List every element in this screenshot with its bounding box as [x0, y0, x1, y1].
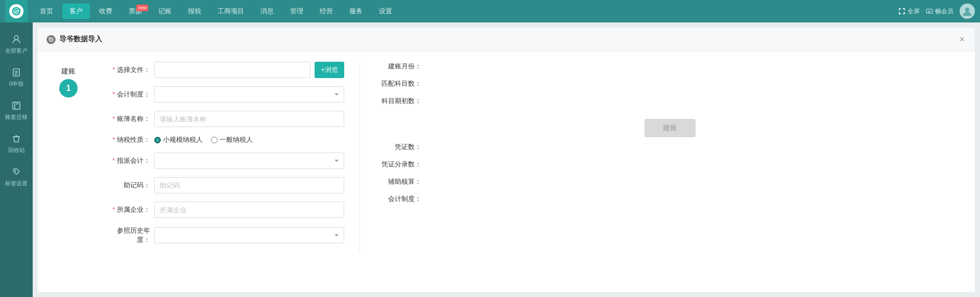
ledger-input[interactable]: [154, 111, 344, 127]
browse-button[interactable]: +浏览: [315, 62, 344, 78]
right-form: 建账月份： 匹配科目数： 科目期初数： 建账: [365, 62, 975, 253]
fullscreen-btn[interactable]: 全屏: [898, 7, 920, 16]
panel-title-text: 导爷数据导入: [59, 35, 102, 44]
sidebar-label-tag-settings: 标签设置: [5, 180, 28, 187]
file-row: 选择文件： +浏览: [109, 62, 344, 78]
accounting-label: 会计制度：: [109, 90, 150, 99]
svg-point-6: [15, 170, 16, 172]
voucher-row: 凭证数：: [375, 142, 965, 152]
aux-row: 辅助核算：: [375, 177, 965, 186]
accounting-select[interactable]: [154, 86, 344, 103]
top-nav: 首页 客户 收费 票据 new 记账 报税 工商项目 消息 管理 经营 服务 设…: [0, 0, 980, 22]
sidebar-item-all-customers[interactable]: 全部客户: [0, 28, 33, 61]
nav-item-industrial[interactable]: 工商项目: [210, 4, 251, 19]
sidebar-item-recycle[interactable]: 回收站: [0, 127, 33, 160]
sidebar-label-account-migration: 账套迁移: [5, 113, 28, 121]
nav-item-message[interactable]: 消息: [253, 4, 281, 19]
sidebar-item-zero-report[interactable]: 0申报: [0, 61, 33, 94]
logo[interactable]: [5, 0, 28, 22]
step-section: 建账 1: [38, 62, 99, 253]
sidebar-label-zero-report: 0申报: [9, 80, 23, 88]
memo-input[interactable]: [154, 177, 344, 193]
build-btn-area: 建账: [375, 114, 965, 142]
tax-row: 纳税性质： 小规模纳税人 一般纳税人: [109, 135, 344, 144]
tax-option2-label[interactable]: 一般纳税人: [211, 135, 253, 144]
nav-item-tax[interactable]: 报税: [181, 4, 208, 19]
main-panel: 🔘 导爷数据导入 × 建账 1 选择文件： +: [38, 28, 975, 292]
tax-radio-group: 小规模纳税人 一般纳税人: [154, 135, 344, 144]
month-row: 建账月份：: [375, 62, 965, 71]
memo-row: 助记码：: [109, 177, 344, 193]
panel-title: 🔘 导爷数据导入: [46, 35, 102, 44]
company-input[interactable]: [154, 202, 344, 218]
right-accounting-label: 会计制度：: [375, 194, 421, 204]
nav-item-operation[interactable]: 经营: [313, 4, 340, 19]
sidebar-label-all-customers: 全部客户: [5, 47, 28, 55]
history-label: 参照历史年度：: [109, 226, 150, 244]
company-row: 所属企业：: [109, 202, 344, 218]
tag-icon: [11, 166, 22, 178]
nav-item-home[interactable]: 首页: [33, 4, 60, 19]
voucher-entries-label: 凭证分录数：: [375, 160, 421, 169]
step-label: 建账: [61, 67, 76, 76]
aux-label: 辅助核算：: [375, 177, 421, 186]
tax-option1-radio[interactable]: [154, 137, 161, 143]
left-form: 选择文件： +浏览 会计制度： 账簿名称：: [99, 62, 354, 253]
memo-label: 助记码：: [109, 181, 150, 190]
tax-option1-label[interactable]: 小规模纳税人: [154, 135, 203, 144]
tax-option2-radio[interactable]: [211, 137, 218, 143]
match-row: 匹配科目数：: [375, 79, 965, 88]
svg-point-3: [14, 36, 18, 40]
svg-rect-5: [13, 102, 20, 109]
content-area: 🔘 导爷数据导入 × 建账 1 选择文件： +: [33, 22, 980, 297]
import-icon: 🔘: [46, 35, 56, 44]
nav-item-fee[interactable]: 收费: [92, 4, 119, 19]
fullscreen-label: 全屏: [907, 7, 920, 16]
file-input[interactable]: [154, 62, 310, 78]
form-divider: [360, 62, 360, 253]
nav-item-service[interactable]: 服务: [342, 4, 370, 19]
voucher-entries-row: 凭证分录数：: [375, 160, 965, 169]
logo-icon: [9, 4, 23, 18]
accounting-row: 会计制度：: [109, 86, 344, 103]
ledger-row: 账簿名称：: [109, 111, 344, 127]
avatar[interactable]: [960, 4, 975, 19]
period-label: 科目期初数：: [375, 96, 421, 106]
report-icon: [11, 67, 22, 78]
accountant-select[interactable]: [154, 153, 344, 169]
main-layout: 全部客户 0申报 账套迁移: [0, 22, 980, 297]
nav-item-customer[interactable]: 客户: [62, 4, 90, 19]
nav-item-bookkeeping[interactable]: 记账: [151, 4, 179, 19]
trash-icon: [11, 133, 22, 144]
history-row: 参照历史年度：: [109, 226, 344, 244]
file-label: 选择文件：: [109, 65, 150, 75]
accountant-row: 指派会计：: [109, 153, 344, 169]
nav-item-settings[interactable]: 设置: [372, 4, 399, 19]
history-select[interactable]: [154, 227, 344, 243]
new-badge: new: [136, 5, 148, 11]
nav-right: 全屏 畅会员: [898, 4, 975, 19]
step-circle: 1: [59, 79, 78, 97]
accountant-label: 指派会计：: [109, 156, 150, 165]
member-btn[interactable]: 畅会员: [926, 7, 953, 16]
month-label: 建账月份：: [375, 62, 421, 71]
sidebar-item-account-migration[interactable]: 账套迁移: [0, 94, 33, 127]
nav-item-manage[interactable]: 管理: [283, 4, 310, 19]
nav-item-invoice[interactable]: 票据 new: [122, 4, 149, 19]
sidebar-label-recycle: 回收站: [8, 146, 25, 154]
svg-point-2: [965, 8, 969, 12]
ledger-label: 账簿名称：: [109, 114, 150, 123]
company-label: 所属企业：: [109, 205, 150, 214]
voucher-label: 凭证数：: [375, 142, 421, 152]
svg-rect-4: [13, 69, 19, 76]
panel-header: 🔘 导爷数据导入 ×: [38, 28, 975, 52]
sidebar-item-tag-settings[interactable]: 标签设置: [0, 160, 33, 193]
build-button[interactable]: 建账: [644, 119, 696, 137]
sidebar: 全部客户 0申报 账套迁移: [0, 22, 33, 297]
tax-label: 纳税性质：: [109, 135, 150, 144]
nav-items: 首页 客户 收费 票据 new 记账 报税 工商项目 消息 管理 经营 服务 设…: [33, 4, 898, 19]
match-label: 匹配科目数：: [375, 79, 421, 88]
period-row: 科目期初数：: [375, 96, 965, 106]
close-button[interactable]: ×: [957, 34, 967, 45]
book-icon: [11, 100, 22, 111]
